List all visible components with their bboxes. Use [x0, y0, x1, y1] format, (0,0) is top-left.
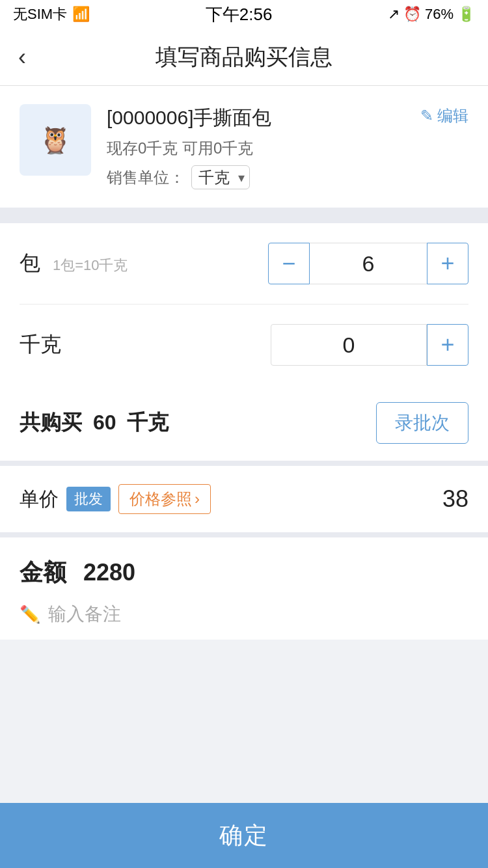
kg-label: 千克	[20, 331, 271, 359]
wifi-icon: 📶	[72, 6, 90, 23]
price-label: 单价 批发 价格参照 ›	[20, 484, 211, 514]
alarm-icon: ⏰	[403, 6, 421, 23]
unit-select-wrapper[interactable]: 千克 包 ▾	[191, 165, 250, 189]
input-section: 包 1包=10千克 − + 千克 +	[0, 223, 488, 385]
price-type-tag: 批发	[66, 487, 111, 511]
kg-qty-control: +	[271, 324, 468, 366]
product-thumb-icon: 🦉	[39, 125, 72, 156]
section-divider-1	[0, 213, 488, 223]
batch-button[interactable]: 录批次	[376, 402, 468, 444]
total-section: 共购买 60 千克 录批次	[0, 385, 488, 466]
product-stock: 现存0千克 可用0千克	[107, 138, 405, 159]
location-icon: ↗	[388, 6, 400, 23]
back-button[interactable]: ‹	[18, 44, 26, 71]
bao-plus-button[interactable]: +	[427, 243, 468, 284]
status-carrier: 无SIM卡 📶	[13, 5, 90, 24]
product-unit-row: 销售单位： 千克 包 ▾	[107, 165, 405, 189]
edit-button[interactable]: ✎ 编辑	[420, 105, 468, 126]
remark-placeholder: 输入备注	[48, 602, 121, 627]
unit-select[interactable]: 千克 包	[191, 165, 250, 189]
status-bar: 无SIM卡 📶 下午2:56 ↗ ⏰ 76% 🔋	[0, 0, 488, 29]
bao-input-row: 包 1包=10千克 − +	[20, 223, 468, 305]
battery-text: 76%	[425, 6, 454, 23]
remark-row[interactable]: ✏️ 输入备注	[20, 602, 468, 627]
total-text: 共购买 60 千克	[20, 409, 169, 437]
status-time: 下午2:56	[206, 3, 273, 26]
amount-row: 金额 2280	[20, 557, 468, 589]
price-row: 单价 批发 价格参照 › 38	[20, 484, 468, 532]
page-title: 填写商品购买信息	[156, 42, 332, 72]
product-name: [0000006]手撕面包	[107, 104, 405, 131]
bao-qty-control: − +	[268, 243, 468, 284]
amount-section: 金额 2280 ✏️ 输入备注	[0, 537, 488, 640]
amount-value: 2280	[83, 559, 135, 586]
bao-label: 包 1包=10千克	[20, 249, 268, 278]
product-info: [0000006]手撕面包 现存0千克 可用0千克 销售单位： 千克 包 ▾	[107, 104, 405, 189]
kg-input-row: 千克 +	[20, 305, 468, 385]
product-card: 🦉 [0000006]手撕面包 现存0千克 可用0千克 销售单位： 千克 包 ▾…	[0, 86, 488, 213]
kg-qty-input[interactable]	[271, 324, 427, 366]
pencil-icon: ✏️	[20, 604, 40, 625]
carrier-text: 无SIM卡	[13, 5, 67, 24]
price-section: 单价 批发 价格参照 › 38	[0, 466, 488, 537]
confirm-button[interactable]: 确定	[219, 820, 269, 852]
chevron-right-icon: ›	[195, 490, 200, 508]
kg-plus-button[interactable]: +	[427, 324, 468, 366]
price-value: 38	[442, 485, 468, 513]
total-amount: 60	[93, 411, 116, 434]
price-ref-button[interactable]: 价格参照 ›	[118, 484, 211, 514]
bottom-bar[interactable]: 确定	[0, 803, 488, 868]
product-thumbnail: 🦉	[20, 104, 91, 176]
bao-qty-input[interactable]	[310, 243, 427, 284]
battery-icon: 🔋	[457, 6, 475, 23]
edit-icon: ✎	[420, 107, 433, 125]
nav-bar: ‹ 填写商品购买信息	[0, 29, 488, 86]
edit-label: 编辑	[437, 105, 468, 126]
status-right: ↗ ⏰ 76% 🔋	[388, 6, 475, 23]
bao-minus-button[interactable]: −	[268, 243, 310, 284]
bao-sublabel: 1包=10千克	[53, 257, 128, 273]
unit-label: 销售单位：	[107, 167, 185, 188]
